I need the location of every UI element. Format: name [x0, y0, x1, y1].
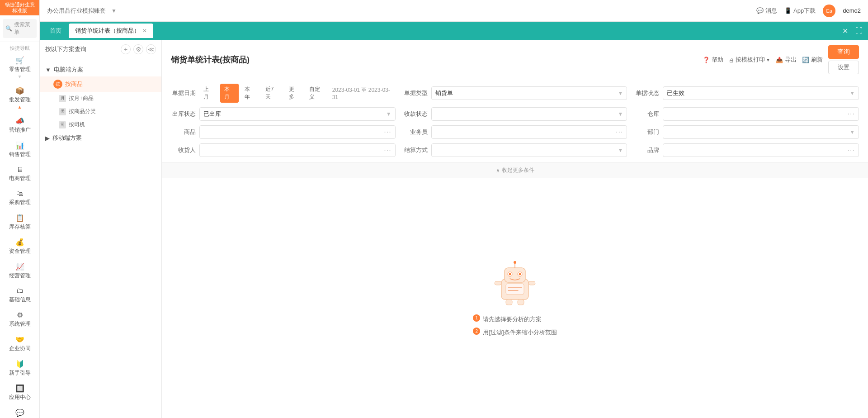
- filter-salesperson-field: 业务员 ···: [403, 125, 627, 139]
- tree-item-by-category[interactable]: 类 按商品分类: [40, 105, 161, 118]
- page-header: 销货单统计表(按商品) ❓ 帮助 🖨 按模板打印 ▼ 📤 导出: [162, 40, 868, 78]
- sidebar-item-appstore[interactable]: 🔲 应用中心: [0, 380, 39, 405]
- tree-item-by-month-product[interactable]: 月 按月+商品: [40, 92, 161, 105]
- sidebar-item-inventory[interactable]: 📋 库存核算: [0, 210, 39, 234]
- sidebar-search-button[interactable]: 🔍 搜索菜单: [0, 15, 39, 42]
- tree-item-by-product[interactable]: 按 按商品: [40, 76, 161, 92]
- system-icon: ⚙: [17, 311, 23, 319]
- tab-home[interactable]: 首页: [43, 24, 68, 38]
- tree-item-by-sku[interactable]: 司 按司机: [40, 118, 161, 131]
- filter-date-field: 单据日期 上月 本月 本年 近7天 更多 自定义 2023-03-01 至 20…: [171, 84, 396, 103]
- payment-status-input[interactable]: ▼: [431, 107, 627, 121]
- date-tab-custom[interactable]: 自定义: [305, 84, 329, 103]
- sidebar-item-label: 应用中心: [9, 394, 31, 401]
- warehouse-input[interactable]: ···: [663, 107, 859, 121]
- warehouse-label: 仓库: [634, 110, 659, 118]
- tree-item-by-sku-label: 按司机: [69, 121, 85, 128]
- setting-button[interactable]: 设置: [828, 61, 859, 74]
- print-button[interactable]: 🖨 按模板打印 ▼: [729, 56, 770, 64]
- receiver-input[interactable]: ···: [199, 143, 396, 157]
- search-label: 搜索菜单: [14, 21, 34, 36]
- tab-sales-report[interactable]: 销货单统计表（按商品） ✕: [69, 24, 153, 38]
- bill-type-chevron-icon: ▼: [618, 90, 623, 96]
- date-filter: 上月 本月 本年 近7天 更多 自定义 2023-03-01 至 2023-03…: [199, 84, 396, 103]
- sidebar-item-enterprise[interactable]: 🤝 企业协同: [0, 332, 39, 356]
- left-panel-header: 按以下方案查询 + ⚙ ≪: [40, 40, 161, 59]
- export-label: 导出: [785, 56, 797, 64]
- bill-type-input[interactable]: 销货单 ▼: [431, 86, 627, 100]
- sidebar-item-operation[interactable]: 📈 经营管理: [0, 259, 39, 283]
- storage-status-value: 已出库: [203, 110, 221, 118]
- filter-settlement-field: 结算方式 ▼: [403, 143, 627, 157]
- empty-step-1: 1 请先选择要分析的方案: [473, 314, 557, 324]
- app-download-button[interactable]: 📱 App下载: [784, 7, 816, 15]
- collapse-bar[interactable]: ∧ 收起更多条件: [162, 163, 868, 178]
- tab-maximize-icon[interactable]: ⛶: [854, 25, 864, 37]
- product-dots-icon: ···: [384, 128, 391, 136]
- svg-point-5: [519, 273, 521, 275]
- date-tab-more[interactable]: 更多: [285, 84, 304, 103]
- logo-sub: 标准版: [12, 8, 27, 14]
- tab-sales-report-label: 销货单统计表（按商品）: [75, 27, 140, 35]
- by-sku-icon: 司: [59, 121, 66, 128]
- sidebar-item-wholesale[interactable]: 📦 批发管理 ▲: [0, 83, 39, 113]
- sidebar-item-newbie[interactable]: 🔰 新手引导: [0, 356, 39, 380]
- step1-text: 请先选择要分析的方案: [483, 314, 542, 324]
- storage-status-input[interactable]: 已出库 ▼: [199, 107, 396, 121]
- sidebar-item-label: 零售管理: [9, 66, 31, 73]
- sidebar-item-system[interactable]: ⚙ 系统管理: [0, 307, 39, 332]
- date-tab-this-year[interactable]: 本年: [241, 84, 259, 103]
- settings-scheme-button[interactable]: ⚙: [133, 44, 143, 54]
- finance-icon: 💰: [15, 238, 24, 247]
- sidebar-item-purchase[interactable]: 🛍 采购管理: [0, 186, 39, 210]
- date-tab-7days[interactable]: 近7天: [261, 84, 283, 103]
- breadcrumb-dropdown[interactable]: ▼: [111, 8, 117, 14]
- chevron-right-icon: ▶: [45, 135, 50, 142]
- sidebar-item-retail[interactable]: 🛒 零售管理 ▼: [0, 52, 39, 83]
- refresh-button[interactable]: 🔄 刷新: [802, 56, 823, 64]
- settlement-input[interactable]: ▼: [431, 143, 627, 157]
- department-input[interactable]: ▼: [663, 125, 859, 139]
- receiver-label: 收货人: [171, 146, 196, 154]
- page-actions: ❓ 帮助 🖨 按模板打印 ▼ 📤 导出 🔄 刷新: [703, 45, 859, 74]
- user-avatar[interactable]: Ea: [823, 5, 835, 17]
- sidebar-item-wechat[interactable]: 💬 企业微信: [0, 405, 39, 418]
- tree-group-desktop[interactable]: ▼ 电脑端方案: [40, 63, 161, 76]
- sidebar-item-marketing[interactable]: 📣 营销推广: [0, 113, 39, 138]
- collapse-panel-button[interactable]: ≪: [146, 44, 156, 54]
- bill-status-input[interactable]: 已生效 ▼: [663, 86, 859, 100]
- date-tab-this-month[interactable]: 本月: [220, 84, 239, 103]
- sidebar-item-basic[interactable]: 🗂 基础信息: [0, 283, 39, 307]
- tab-close-icon[interactable]: ✕: [142, 28, 147, 34]
- step1-num: 1: [473, 314, 480, 322]
- bill-status-label: 单据状态: [634, 89, 659, 97]
- sidebar-item-ecommerce[interactable]: 🖥 电商管理: [0, 162, 39, 186]
- message-button[interactable]: 💬 消息: [756, 7, 777, 15]
- content-area: 按以下方案查询 + ⚙ ≪ ▼ 电脑端方案 按 按商品 月: [40, 40, 868, 418]
- message-icon: 💬: [756, 7, 764, 14]
- tree-group-mobile[interactable]: ▶ 移动端方案: [40, 131, 161, 145]
- appstore-icon: 🔲: [15, 384, 24, 393]
- tree-item-by-product-label: 按商品: [65, 80, 83, 88]
- svg-rect-11: [518, 299, 524, 305]
- salesperson-input[interactable]: ···: [431, 125, 627, 139]
- filter-storage-status-field: 出库状态 已出库 ▼: [171, 107, 396, 121]
- tree-item-by-category-label: 按商品分类: [69, 108, 96, 115]
- left-panel-actions: + ⚙ ≪: [121, 44, 156, 54]
- product-input[interactable]: ···: [199, 125, 396, 139]
- help-button[interactable]: ❓ 帮助: [703, 56, 723, 64]
- query-button[interactable]: 查询: [828, 45, 859, 59]
- chevron-icon: ▲: [18, 104, 22, 109]
- basic-icon: 🗂: [16, 287, 24, 295]
- add-scheme-button[interactable]: +: [121, 44, 131, 54]
- sidebar-item-sales[interactable]: 📊 销售管理: [0, 138, 39, 162]
- brand-input[interactable]: ···: [663, 143, 859, 157]
- sidebar-item-label: 新手引导: [9, 369, 31, 377]
- date-tab-last-month[interactable]: 上月: [199, 84, 218, 103]
- right-content: 销货单统计表(按商品) ❓ 帮助 🖨 按模板打印 ▼ 📤 导出: [162, 40, 868, 418]
- by-product-icon: 按: [53, 80, 62, 89]
- tab-close-all-icon[interactable]: ✕: [840, 25, 850, 37]
- export-button[interactable]: 📤 导出: [776, 56, 797, 64]
- sidebar-item-finance[interactable]: 💰 资金管理: [0, 234, 39, 259]
- topbar: 办公用品行业模拟账套 ▼ 💬 消息 📱 App下载 Ea demo2: [40, 0, 868, 22]
